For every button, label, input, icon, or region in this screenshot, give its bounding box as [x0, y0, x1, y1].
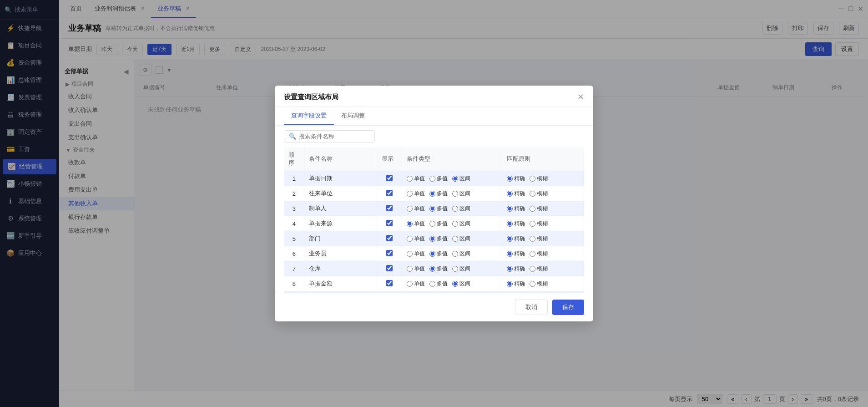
type-radio-label[interactable]: 区间 — [452, 220, 470, 228]
type-radio-label[interactable]: 多值 — [429, 190, 448, 198]
match-radio-label[interactable]: 模糊 — [530, 250, 548, 258]
type-radio[interactable] — [407, 221, 413, 227]
type-radio-label[interactable]: 多值 — [429, 175, 448, 183]
modal-tab-query-fields[interactable]: 查询字段设置 — [284, 107, 334, 125]
match-radio[interactable] — [530, 251, 535, 257]
match-radio[interactable] — [530, 236, 535, 242]
type-radio[interactable] — [407, 191, 413, 197]
type-radio-label[interactable]: 多值 — [429, 205, 448, 213]
type-radio[interactable] — [452, 281, 458, 287]
show-checkbox[interactable] — [386, 235, 393, 241]
type-radio[interactable] — [452, 176, 458, 182]
type-radio-label[interactable]: 单值 — [407, 280, 425, 288]
match-radio[interactable] — [507, 176, 513, 182]
type-radio-label[interactable]: 区间 — [452, 280, 470, 288]
type-radio[interactable] — [407, 176, 413, 182]
type-radio-label[interactable]: 区间 — [452, 250, 470, 258]
cell-show — [377, 276, 402, 291]
type-radio[interactable] — [452, 221, 458, 227]
type-radio-label[interactable]: 区间 — [452, 235, 470, 243]
type-radio[interactable] — [429, 176, 435, 182]
match-radio-label[interactable]: 模糊 — [530, 220, 548, 228]
match-radio[interactable] — [530, 266, 535, 272]
show-checkbox[interactable] — [386, 175, 393, 181]
show-checkbox[interactable] — [386, 220, 393, 226]
type-radio-label[interactable]: 多值 — [429, 280, 448, 288]
cell-order: 1 — [284, 171, 304, 186]
show-checkbox[interactable] — [386, 205, 393, 211]
match-radio[interactable] — [530, 281, 535, 287]
type-radio-label[interactable]: 单值 — [407, 190, 425, 198]
match-radio[interactable] — [530, 206, 535, 212]
show-checkbox[interactable] — [386, 250, 393, 256]
type-radio-label[interactable]: 多值 — [429, 220, 448, 228]
match-radio[interactable] — [530, 191, 535, 197]
modal-tabs: 查询字段设置 布局调整 — [275, 107, 593, 126]
show-checkbox[interactable] — [386, 280, 393, 286]
match-radio-label[interactable]: 精确 — [507, 265, 525, 273]
match-radio[interactable] — [507, 236, 513, 242]
match-radio[interactable] — [507, 206, 513, 212]
type-radio[interactable] — [407, 251, 413, 257]
show-checkbox[interactable] — [386, 190, 393, 196]
type-radio-label[interactable]: 区间 — [452, 205, 470, 213]
match-radio-label[interactable]: 精确 — [507, 205, 525, 213]
match-radio-label[interactable]: 精确 — [507, 190, 525, 198]
type-radio-label[interactable]: 区间 — [452, 190, 470, 198]
type-radio-label[interactable]: 多值 — [429, 265, 448, 273]
match-radio[interactable] — [530, 176, 535, 182]
type-radio[interactable] — [429, 251, 435, 257]
type-radio[interactable] — [429, 281, 435, 287]
match-radio-label[interactable]: 精确 — [507, 175, 525, 183]
match-radio[interactable] — [507, 191, 513, 197]
match-radio[interactable] — [507, 251, 513, 257]
modal-close-btn[interactable]: ✕ — [577, 92, 584, 102]
type-radio-label[interactable]: 多值 — [429, 235, 448, 243]
match-radio-label[interactable]: 精确 — [507, 220, 525, 228]
type-radio-label[interactable]: 多值 — [429, 250, 448, 258]
type-radio[interactable] — [429, 206, 435, 212]
type-radio-label[interactable]: 单值 — [407, 265, 425, 273]
type-radio-label[interactable]: 单值 — [407, 220, 425, 228]
type-radio-label[interactable]: 单值 — [407, 205, 425, 213]
match-radio-label[interactable]: 精确 — [507, 280, 525, 288]
type-radio[interactable] — [429, 236, 435, 242]
match-radio-label[interactable]: 模糊 — [530, 190, 548, 198]
type-radio-label[interactable]: 区间 — [452, 265, 470, 273]
type-radio[interactable] — [452, 266, 458, 272]
config-table-scroll[interactable]: 顺序 条件名称 显示 条件类型 匹配原则 1单据日期单值多值区间精确模糊2往来单… — [284, 147, 584, 293]
type-radio[interactable] — [407, 236, 413, 242]
type-radio[interactable] — [452, 191, 458, 197]
type-radio-label[interactable]: 单值 — [407, 250, 425, 258]
type-radio[interactable] — [452, 236, 458, 242]
modal-save-button[interactable]: 保存 — [552, 300, 584, 315]
match-radio-label[interactable]: 模糊 — [530, 280, 548, 288]
match-radio-label[interactable]: 模糊 — [530, 235, 548, 243]
type-radio[interactable] — [407, 266, 413, 272]
type-radio[interactable] — [452, 251, 458, 257]
match-radio-label[interactable]: 精确 — [507, 235, 525, 243]
cancel-button[interactable]: 取消 — [515, 300, 548, 315]
type-radio[interactable] — [407, 281, 413, 287]
type-radio[interactable] — [452, 206, 458, 212]
match-radio-label[interactable]: 模糊 — [530, 265, 548, 273]
show-checkbox[interactable] — [386, 265, 393, 271]
cell-match: 精确模糊 — [502, 276, 584, 291]
type-radio[interactable] — [429, 266, 435, 272]
match-radio-label[interactable]: 模糊 — [530, 205, 548, 213]
match-radio-label[interactable]: 模糊 — [530, 175, 548, 183]
match-radio[interactable] — [507, 281, 513, 287]
modal-search-input[interactable] — [299, 133, 372, 140]
type-radio-label[interactable]: 区间 — [452, 175, 470, 183]
match-radio[interactable] — [507, 221, 513, 227]
type-radio-label[interactable]: 单值 — [407, 235, 425, 243]
type-radio[interactable] — [407, 206, 413, 212]
match-radio[interactable] — [507, 266, 513, 272]
modal-tab-layout[interactable]: 布局调整 — [334, 107, 372, 125]
cell-order: 2 — [284, 186, 304, 201]
match-radio-label[interactable]: 精确 — [507, 250, 525, 258]
type-radio[interactable] — [429, 221, 435, 227]
match-radio[interactable] — [530, 221, 535, 227]
type-radio[interactable] — [429, 191, 435, 197]
type-radio-label[interactable]: 单值 — [407, 175, 425, 183]
